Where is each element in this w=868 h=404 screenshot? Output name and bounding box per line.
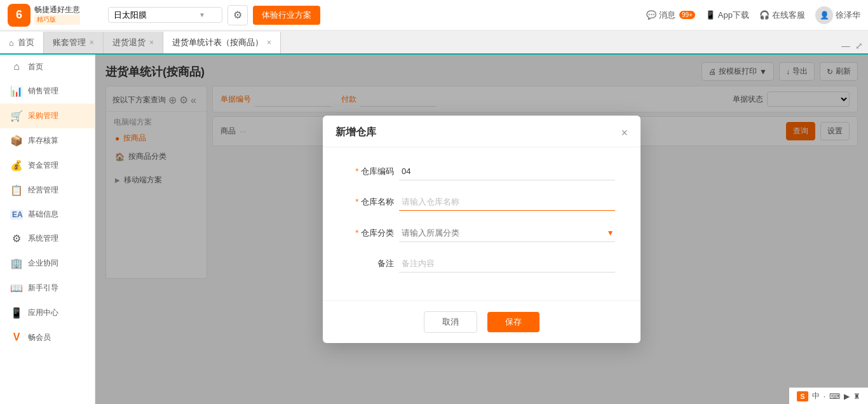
form-row-name: 仓库名称 [348,193,615,211]
sidebar-item-purchase[interactable]: 🛒 采购管理 [0,104,95,128]
tab-accounts-label: 账套管理 [53,37,86,48]
sidebar-appstore-label: 应用中心 [28,307,58,318]
appstore-icon: 📱 [10,307,23,319]
tab-purchase-stats[interactable]: 进货单统计表（按商品） × [163,32,281,53]
sidebar-item-enterprise[interactable]: 🏢 企业协同 [0,251,95,276]
category-dropdown-icon: ▾ [608,227,613,238]
tab-purchase-return-close-icon[interactable]: × [149,38,154,47]
cancel-button[interactable]: 取消 [424,311,477,333]
vip-icon: V [10,332,23,343]
topbar: 6 畅捷通好生意 精巧版 ▼ ⚙ 体验行业方案 💬 消息 99+ 📱 App下载… [0,0,868,30]
tab-purchase-stats-close-icon[interactable]: × [267,38,271,47]
sidebar-item-vip[interactable]: V 畅会员 [0,325,95,349]
logo-sub: 精巧版 [34,15,80,25]
form-remark-input[interactable] [399,255,615,273]
sidebar-inventory-label: 库存核算 [28,135,58,146]
form-row-category: 仓库分类 ▾ [348,224,615,242]
modal-body: 仓库编码 仓库名称 仓库分类 ▾ [323,147,641,300]
form-row-code: 仓库编码 [348,163,615,180]
finance-icon: 💰 [10,159,23,172]
sidebar: ⌂ 首页 📊 销售管理 🛒 采购管理 📦 库存核算 💰 资金管理 📋 经营管理 … [0,55,95,404]
sidebar-item-home[interactable]: ⌂ 首页 [0,55,95,79]
message-label: 消息 [659,10,675,21]
logo-text-area: 畅捷通好生意 精巧版 [34,5,80,25]
search-input[interactable] [114,10,196,20]
headset-icon: 🎧 [759,10,770,20]
form-category-select[interactable]: ▾ [399,224,615,242]
save-button[interactable]: 保存 [487,312,539,332]
logo-text: 畅捷通好生意 [34,5,80,15]
sidebar-item-system[interactable]: ⚙ 系统管理 [0,226,95,251]
sidebar-enterprise-label: 企业协同 [28,258,58,269]
sidebar-finance-label: 资金管理 [28,160,58,171]
status-dot-icon[interactable]: · [824,392,825,401]
tab-home-icon: ⌂ [9,38,14,48]
sidebar-guide-label: 新手引导 [28,283,58,293]
form-category-input[interactable] [402,228,608,238]
modal-close-button[interactable]: × [621,127,628,138]
tab-maximize-icon[interactable]: ⤢ [855,41,863,51]
message-icon: 💬 [646,10,656,20]
modal-header: 新增仓库 × [323,116,641,147]
sidebar-item-guide[interactable]: 📖 新手引导 [0,276,95,300]
form-code-input[interactable] [399,163,615,180]
status-keyboard-icon[interactable]: ⌨ [829,392,840,401]
tab-purchase-return[interactable]: 进货退货 × [104,32,163,53]
online-service-label: 在线客服 [772,10,805,21]
sidebar-operations-label: 经营管理 [28,185,58,196]
user-area[interactable]: 👤 徐泽华 [815,6,860,24]
form-name-input[interactable] [399,193,615,211]
status-play-icon[interactable]: ▶ [844,392,850,401]
enterprise-icon: 🏢 [10,257,23,269]
tab-home[interactable]: ⌂ 首页 [0,32,44,53]
app-download-label: App下载 [718,10,749,21]
tab-purchase-return-label: 进货退货 [112,37,146,48]
tab-home-label: 首页 [18,37,34,48]
form-category-label: 仓库分类 [348,227,399,239]
logo-icon: 6 [8,4,31,27]
tabbar-controls: — ⤢ [841,41,868,53]
sidebar-item-finance[interactable]: 💰 资金管理 [0,153,95,178]
status-bar: S 中 · ⌨ ▶ ♜ [789,387,868,404]
tab-purchase-stats-label: 进货单统计表（按商品） [172,37,263,48]
brand-s-icon: S [797,391,808,401]
sidebar-item-sales[interactable]: 📊 销售管理 [0,79,95,104]
mobile-icon: 📱 [705,10,715,20]
search-bar[interactable]: ▼ [108,7,222,23]
inventory-icon: 📦 [10,135,23,147]
form-row-remark: 备注 [348,255,615,273]
app-download-group[interactable]: 📱 App下载 [705,10,749,21]
status-zh-icon[interactable]: 中 [812,391,820,401]
tab-accounts[interactable]: 账套管理 × [44,32,104,53]
sidebar-item-inventory[interactable]: 📦 库存核算 [0,128,95,153]
gear-icon: ⚙ [233,9,242,21]
sidebar-sales-label: 销售管理 [28,86,58,97]
trial-button[interactable]: 体验行业方案 [253,6,320,25]
sidebar-purchase-label: 采购管理 [28,111,58,121]
sidebar-home-label: 首页 [28,62,43,72]
sidebar-item-basic-info[interactable]: EA 基础信息 [0,203,95,226]
tab-minimize-icon[interactable]: — [841,41,850,51]
form-code-label: 仓库编码 [348,166,399,177]
modal-overlay[interactable]: 新增仓库 × 仓库编码 仓库名称 仓库分类 [95,55,868,404]
tabbar: ⌂ 首页 账套管理 × 进货退货 × 进货单统计表（按商品） × — ⤢ [0,30,868,55]
status-rook-icon[interactable]: ♜ [853,392,860,401]
system-icon: ⚙ [10,232,23,245]
gear-button[interactable]: ⚙ [227,5,248,25]
username: 徐泽华 [836,10,860,21]
topbar-right: 💬 消息 99+ 📱 App下载 🎧 在线客服 👤 徐泽华 [646,6,860,24]
operations-icon: 📋 [10,184,23,196]
sidebar-item-appstore[interactable]: 📱 应用中心 [0,300,95,325]
basic-info-icon: EA [10,210,23,220]
avatar: 👤 [815,6,833,24]
modal-footer: 取消 保存 [323,300,641,343]
sidebar-item-operations[interactable]: 📋 经营管理 [0,178,95,203]
tab-accounts-close-icon[interactable]: × [90,38,94,47]
modal-title: 新增仓库 [336,126,376,139]
sidebar-system-label: 系统管理 [28,233,58,244]
form-name-label: 仓库名称 [348,196,399,208]
online-service-group[interactable]: 🎧 在线客服 [759,10,805,21]
message-group[interactable]: 💬 消息 99+ [646,10,695,21]
form-remark-label: 备注 [348,258,399,269]
home-icon: ⌂ [10,61,23,72]
